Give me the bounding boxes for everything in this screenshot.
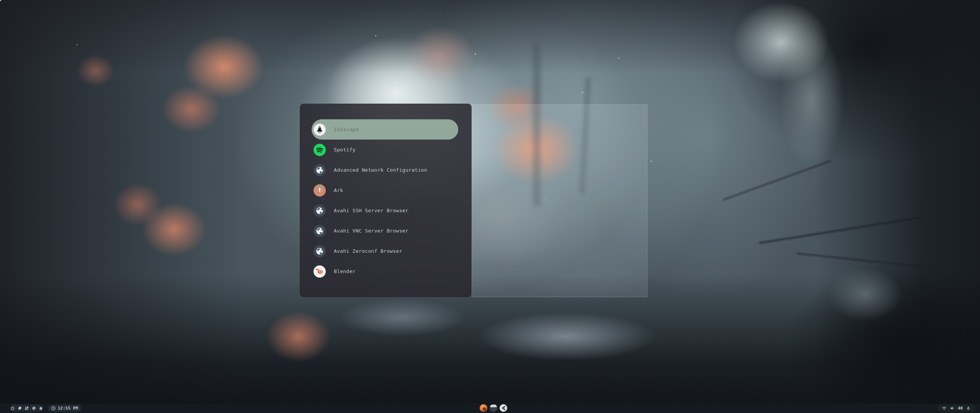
globe-icon [314,225,326,237]
globe-icon [314,245,326,257]
launcher-item-label: Avahi VNC Server Browser [334,228,408,234]
branch-silhouette [759,216,921,244]
launcher-item-label: Spotify [334,147,356,153]
launcher-item-ark[interactable]: Ark [312,180,458,200]
app-launcher-panel: Inkscape Spotify Advanced Network Config… [300,104,472,297]
power-icon[interactable] [10,406,15,411]
launcher-item-label: Blender [334,268,356,274]
taskbar: 12:55 PM 40 [0,403,980,413]
speaker-icon[interactable] [950,406,955,411]
launcher-item-blender[interactable]: Blender [312,261,458,281]
launcher-item-inkscape[interactable]: Inkscape [312,119,458,140]
launcher-item-avahi-vnc-server-browser[interactable]: Avahi VNC Server Browser [312,221,458,241]
launcher-item-avahi-ssh-server-browser[interactable]: Avahi SSH Server Browser [312,200,458,221]
branch-silhouette [797,253,934,268]
launcher-item-label: Ark [334,187,343,193]
taskbar-running-apps [480,404,507,412]
globe-icon [314,164,326,176]
ghost-icon[interactable] [39,406,43,411]
clock-label: 12:55 PM [58,405,78,412]
inkscape-icon [314,124,326,136]
globe-icon [314,205,326,217]
clock-icon [51,406,56,411]
launcher-item-avahi-zeroconf-browser[interactable]: Avahi Zeroconf Browser [312,241,458,261]
terminal-icon[interactable] [490,404,497,412]
branch-silhouette [723,160,831,200]
taskbar-widgets-group [10,405,43,412]
grid-icon[interactable] [24,406,29,411]
palette-icon[interactable] [32,406,36,411]
translucent-window[interactable] [472,104,647,297]
firefox-icon[interactable] [480,404,487,412]
clock-widget[interactable]: 12:55 PM [48,405,81,412]
wifi-signal-icon[interactable] [921,405,931,411]
ark-icon [314,184,326,197]
status-indicators-group: 40 [937,405,975,412]
microphone-icon[interactable] [966,406,971,411]
spotify-icon [314,144,326,156]
volume-level: 40 [958,405,963,412]
launcher-item-label: Advanced Network Configuration [334,167,427,173]
launcher-item-label: Avahi SSH Server Browser [334,208,408,213]
wifi-icon[interactable] [942,406,947,411]
blender-icon [314,265,326,278]
media-app-icon[interactable] [500,404,507,412]
launcher-item-label: Inkscape [334,127,359,132]
copy-icon[interactable] [18,406,22,411]
launcher-item-advanced-network-configuration[interactable]: Advanced Network Configuration [312,160,458,180]
launcher-item-spotify[interactable]: Spotify [312,140,458,160]
snow-particles [0,0,1,1]
launcher-item-label: Avahi Zeroconf Browser [334,248,402,254]
